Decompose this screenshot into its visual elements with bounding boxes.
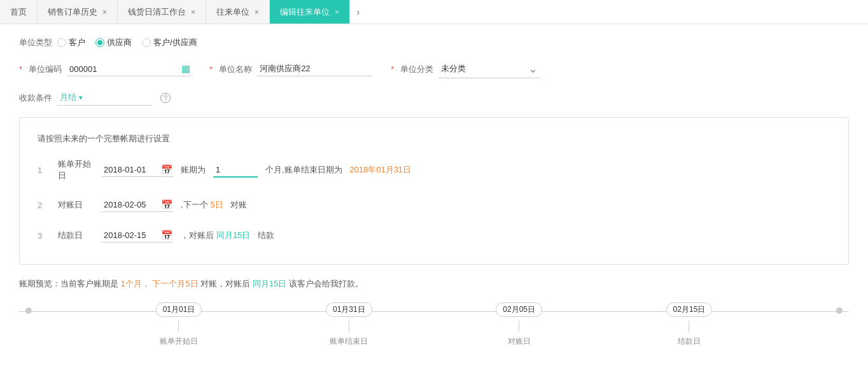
preview-months: 1个月， (121, 279, 150, 288)
tab-sales-history[interactable]: 销售订单历史 × (38, 0, 118, 24)
payment-help-icon[interactable]: ? (160, 93, 171, 103)
timeline-date-2: 01月31日 (326, 302, 372, 317)
timeline-node-3: 02月05日 对账日 (496, 302, 542, 347)
unit-category-label: 单位分类 (400, 64, 433, 75)
tab-partner-close[interactable]: × (255, 8, 259, 17)
tab-partner[interactable]: 往来单位 × (206, 0, 270, 24)
radio-both[interactable]: 客户/供应商 (142, 37, 197, 48)
timeline-container: 01月01日 账单开始日 01月31日 账单结束日 02月05日 对账日 (19, 302, 849, 366)
period-suffix-2-post: 对账 (230, 199, 247, 211)
unit-code-star: * (19, 64, 22, 74)
tab-edit-partner[interactable]: 编辑往来单位 × (270, 0, 350, 24)
timeline-label-2: 账单结束日 (330, 336, 368, 347)
payment-value: 月结 (60, 92, 76, 103)
radio-customer-label: 客户 (69, 37, 85, 48)
timeline-stem-1 (178, 321, 179, 332)
preview-mid: 下一个月5日 (152, 279, 198, 288)
period-date-2-input[interactable] (101, 198, 158, 211)
period-suffix-3-pre: ，对账后 (181, 230, 214, 241)
radio-supplier-label: 供应商 (107, 37, 132, 48)
radio-supplier[interactable]: 供应商 (95, 37, 132, 48)
unit-name-input[interactable] (257, 62, 372, 76)
timeline-stem-3 (519, 321, 519, 332)
tab-home-label: 首页 (10, 6, 27, 18)
preview-tail: 该客户会给我打款。 (289, 279, 363, 288)
timeline-node-1: 01月01日 账单开始日 (156, 302, 202, 347)
unit-name-label: 单位名称 (219, 64, 252, 75)
unit-type-label: 单位类型 (19, 37, 52, 48)
unit-category-value: 未分类 (441, 63, 526, 74)
radio-customer[interactable]: 客户 (57, 37, 85, 48)
tab-edit-partner-label: 编辑往来单位 (280, 6, 330, 18)
tab-cash-work-label: 钱货日清工作台 (128, 6, 186, 18)
period-date-3-input[interactable] (101, 229, 158, 242)
tab-more-button[interactable]: › (350, 0, 366, 24)
unit-category-select[interactable]: 未分类 ⌄ (438, 60, 540, 78)
period-date-3-calendar[interactable]: 📅 (161, 230, 173, 241)
period-suffix-2-pre: ,下一个 (181, 199, 208, 211)
timeline-node-4: 02月15日 结款日 (666, 302, 713, 347)
tab-sales-history-label: 销售订单历史 (48, 6, 97, 18)
timeline-date-1: 01月01日 (156, 302, 202, 317)
tab-partner-label: 往来单位 (216, 6, 249, 18)
unit-name-group: * 单位名称 (209, 62, 372, 76)
timeline-right-end (836, 302, 843, 314)
months-input[interactable] (213, 163, 258, 178)
period-suffix-post-1: 个月,账单结束日期为 2018年01月31日 (265, 164, 411, 176)
period-suffix-pre-1-text: 账期为 (181, 164, 206, 176)
period-highlight-3: 同月15日 (216, 230, 250, 241)
period-num-2: 2 (38, 201, 50, 210)
payment-select[interactable]: 月结 ▾ (57, 90, 153, 106)
radio-customer-circle (57, 38, 66, 47)
preview-end: 同月15日 (253, 279, 286, 288)
unit-category-dropdown-icon: ⌄ (528, 62, 538, 76)
period-suffix-3: ，对账后 同月15日 结款 (181, 230, 274, 241)
period-suffix-3-post: 结款 (258, 230, 274, 241)
timeline-label-4: 结款日 (678, 336, 701, 347)
period-date-2-calendar[interactable]: 📅 (161, 199, 173, 211)
period-row-1: 1 账单开始日 📅 账期为 个月,账单结束日期为 2018年01月31日 (38, 158, 830, 181)
tab-sales-history-close[interactable]: × (102, 8, 107, 17)
unit-code-input-wrap: ▦ (67, 62, 190, 76)
period-num-3: 3 (38, 231, 50, 241)
timeline-node-2: 01月31日 账单结束日 (326, 302, 372, 347)
radio-both-label: 客户/供应商 (153, 37, 197, 48)
period-date-1-input[interactable] (101, 163, 158, 176)
panel-title: 请按照未来的一个完整帐期进行设置 (38, 133, 830, 144)
period-label-3: 结款日 (58, 230, 94, 241)
period-date-3-wrap: 📅 (101, 229, 173, 243)
radio-both-circle (142, 38, 151, 47)
unit-type-group: 单位类型 客户 供应商 客户/供应商 (19, 37, 197, 48)
unit-code-icon[interactable]: ▦ (181, 63, 190, 74)
payment-group: 收款条件 月结 ▾ ? (19, 90, 171, 106)
period-row-3: 3 结款日 📅 ，对账后 同月15日 结款 (38, 229, 830, 243)
period-suffix-pre-1: 账期为 (181, 164, 206, 176)
timeline-left-end (25, 302, 32, 314)
unit-code-group: * 单位编码 ▦ (19, 62, 190, 76)
timeline-label-1: 账单开始日 (160, 336, 198, 347)
payment-arrow-icon: ▾ (79, 94, 83, 102)
timeline-label-3: 对账日 (508, 336, 531, 347)
period-suffix-text-1: 个月,账单结束日期为 (265, 164, 342, 176)
period-panel: 请按照未来的一个完整帐期进行设置 1 账单开始日 📅 账期为 个月,账单结束日期… (19, 117, 849, 265)
main-content: 单位类型 客户 供应商 客户/供应商 * 单位编码 (0, 24, 868, 387)
unit-info-row: * 单位编码 ▦ * 单位名称 * 单位分类 未分类 ⌄ (19, 60, 849, 78)
unit-category-star: * (391, 64, 394, 74)
timeline-end-dot (836, 307, 843, 314)
tab-home[interactable]: 首页 (0, 0, 38, 24)
preview-text: 账期预览：当前客户账期是 1个月， 下一个月5日 对账，对账后 同月15日 该客… (19, 276, 849, 291)
unit-code-input[interactable] (67, 62, 179, 76)
period-date-2-wrap: 📅 (101, 198, 173, 212)
tab-edit-partner-close[interactable]: × (335, 8, 339, 17)
timeline-date-4: 02月15日 (666, 302, 713, 317)
period-date-1-calendar[interactable]: 📅 (161, 164, 173, 176)
tab-cash-work-close[interactable]: × (191, 8, 195, 17)
period-highlight-2: 5日 (211, 199, 223, 211)
period-num-1: 1 (38, 165, 50, 175)
tab-cash-work[interactable]: 钱货日清工作台 × (118, 0, 206, 24)
unit-type-row: 单位类型 客户 供应商 客户/供应商 (19, 37, 849, 48)
tab-bar: 首页 销售订单历史 × 钱货日清工作台 × 往来单位 × 编辑往来单位 × › (0, 0, 868, 24)
payment-label: 收款条件 (19, 92, 52, 104)
timeline-date-3: 02月05日 (496, 302, 542, 317)
period-label-1: 账单开始日 (58, 158, 94, 181)
